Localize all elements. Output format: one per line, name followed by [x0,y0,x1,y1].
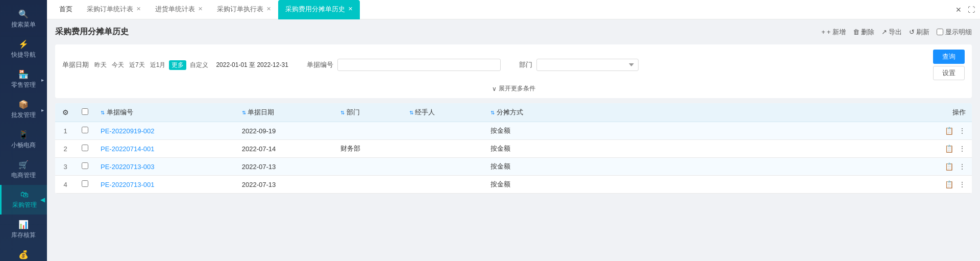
more-op-btn[interactable]: ⋮ [959,127,966,135]
last7days-btn[interactable]: 近7天 [128,60,146,70]
sort-icon: ⇅ [409,110,413,115]
last1month-btn[interactable]: 近1月 [149,60,167,70]
table-row: 3 PE-20220713-003 2022-07-13 按金额 📋 ⋮ [55,158,972,176]
tab-purchase-order-stats-label: 采购订单统计表 [87,5,133,14]
filter-buttons: 查询 设置 [933,50,965,80]
doc-num-input[interactable] [337,59,501,71]
cart-icon: 🛒 [18,160,29,170]
dept-select[interactable] [536,59,639,71]
th-split-method[interactable]: ⇅ 分摊方式 [484,103,921,122]
table-row: 1 PE-20220919-002 2022-09-19 按金额 📋 ⋮ [55,122,972,140]
filter-row-expand: ∨ 展开更多条件 [62,84,965,93]
maximize-icon[interactable]: ⛶ [968,6,975,14]
date-range-text: 2022-01-01 至 2022-12-31 [216,61,288,69]
sidebar-item-retail[interactable]: 🏪 零售管理 ▸ [0,64,47,94]
table-container: ⚙ ⇅ 单据编号 ⇅ 单据日期 [55,103,972,194]
td-dept [334,176,403,194]
delete-label: 删除 [861,28,874,37]
yesterday-btn[interactable]: 昨天 [93,60,108,70]
main-content: 首页 采购订单统计表 ✕ 进货单统计表 ✕ 采购订单执行表 ✕ 采购费用分摊单历… [47,0,980,261]
th-settings: ⚙ [55,103,76,122]
tab-purchase-order-stats[interactable]: 采购订单统计表 ✕ [80,0,148,19]
select-all-checkbox[interactable] [82,108,88,115]
custom-btn[interactable]: 自定义 [188,60,210,70]
row-checkbox[interactable] [82,127,88,133]
tab-purchase-order-exec-label: 采购订单执行表 [217,5,263,14]
td-doc-num: PE-20220919-002 [94,122,236,140]
td-split-method: 按金额 [484,140,921,158]
view-op-btn[interactable]: 📋 [945,127,953,135]
td-handler [403,122,484,140]
more-op-btn[interactable]: ⋮ [959,162,966,171]
sidebar-item-label: 采购管理 [12,201,37,209]
export-button[interactable]: ↗ 导出 [881,28,902,37]
th-dept[interactable]: ⇅ 部门 [334,103,403,122]
expand-more-btn[interactable]: ∨ 展开更多条件 [492,84,535,93]
delete-button[interactable]: 🗑 删除 [853,28,874,37]
sort-icon: ⇅ [242,110,246,115]
filter-settings-button[interactable]: 设置 [933,66,965,80]
tab-close-purchase-order-exec[interactable]: ✕ [266,6,271,12]
page-title: 采购费用分摊单历史 [55,27,129,37]
show-cols-toggle[interactable]: 显示明细 [937,28,972,37]
tab-purchase-order-exec[interactable]: 采购订单执行表 ✕ [210,0,278,19]
th-handler[interactable]: ⇅ 经手人 [403,103,484,122]
tab-home[interactable]: 首页 [52,0,80,19]
sidebar-item-search[interactable]: 🔍 搜索菜单 [0,4,47,34]
data-table: ⚙ ⇅ 单据编号 ⇅ 单据日期 [55,103,972,194]
dept-label: 部门 [519,60,532,69]
sidebar-item-label: 小畅电商 [11,141,36,150]
tab-close-inbound-stats[interactable]: ✕ [198,6,203,12]
doc-num-link[interactable]: PE-20220713-003 [101,163,155,171]
sidebar-item-wholesale[interactable]: 📦 批发管理 ▸ [0,94,47,125]
sidebar-item-finance[interactable]: 💰 资金管理 [0,245,47,261]
td-ops: 📋 ⋮ [921,176,972,194]
chart-icon: 📊 [18,220,29,229]
today-btn[interactable]: 今天 [110,60,126,70]
search-button[interactable]: 查询 [933,50,965,64]
close-window-icon[interactable]: ✕ [955,6,962,14]
th-checkbox [76,103,94,122]
tab-purchase-cost-history-label: 采购费用分摊单历史 [285,5,345,14]
td-doc-date: 2022-07-14 [236,140,334,158]
sidebar-item-label: 快捷导航 [11,51,36,59]
money-icon: 💰 [18,250,29,259]
tab-close-purchase-order-stats[interactable]: ✕ [136,6,141,12]
td-dept [334,122,403,140]
tab-purchase-cost-history[interactable]: 采购费用分摊单历史 ✕ [278,0,360,19]
view-op-btn[interactable]: 📋 [945,145,953,153]
row-checkbox[interactable] [82,145,88,151]
refresh-button[interactable]: ↺ 刷新 [909,28,929,37]
more-shortcuts-btn[interactable]: 更多 [169,60,186,70]
sidebar-item-quick-nav[interactable]: ⚡ 快捷导航 [0,34,47,64]
sidebar-item-ecom-mini[interactable]: 📱 小畅电商 [0,125,47,155]
th-doc-date[interactable]: ⇅ 单据日期 [236,103,334,122]
tab-inbound-stats[interactable]: 进货单统计表 ✕ [148,0,210,19]
show-cols-checkbox[interactable] [937,29,943,35]
add-button[interactable]: + + 新增 [821,28,846,37]
td-ops: 📋 ⋮ [921,140,972,158]
row-checkbox[interactable] [82,162,88,169]
doc-num-link[interactable]: PE-20220919-002 [101,127,155,135]
settings-icon[interactable]: ⚙ [62,108,69,116]
th-doc-num[interactable]: ⇅ 单据编号 [94,103,236,122]
view-op-btn[interactable]: 📋 [945,180,953,188]
table-header-row: ⚙ ⇅ 单据编号 ⇅ 单据日期 [55,103,972,122]
th-doc-date-label: 单据日期 [248,108,274,116]
sidebar-item-ecom-mgmt[interactable]: 🛒 电商管理 [0,155,47,185]
active-arrow-icon: ◀ [40,196,45,203]
td-split-method: 按金额 [484,158,921,176]
doc-num-link[interactable]: PE-20220714-001 [101,145,155,153]
chevron-down-icon: ∨ [492,85,497,92]
view-op-btn[interactable]: 📋 [945,162,953,171]
sidebar-item-inventory[interactable]: 📊 库存核算 [0,215,47,245]
row-checkbox[interactable] [82,180,88,187]
more-op-btn[interactable]: ⋮ [959,180,966,188]
doc-num-link[interactable]: PE-20220713-001 [101,181,155,188]
doc-num-label: 单据编号 [307,60,333,69]
tab-home-label: 首页 [59,5,72,14]
tab-close-purchase-cost-history[interactable]: ✕ [348,6,353,12]
sidebar-item-label: 库存核算 [11,231,36,240]
more-op-btn[interactable]: ⋮ [959,145,966,153]
sidebar-item-purchase[interactable]: 🛍 采购管理 ◀ [0,185,47,215]
